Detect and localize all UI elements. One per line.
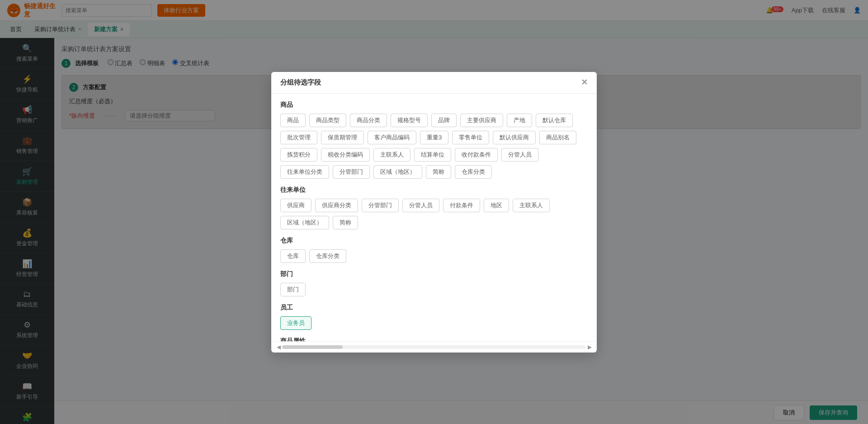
field-tag-0-11[interactable]: 重量3 [420, 131, 448, 144]
field-tag-1-4[interactable]: 付款条件 [443, 199, 480, 212]
scroll-right-arrow[interactable]: ▶ [586, 343, 593, 351]
field-tag-0-15[interactable]: 拣货积分 [280, 148, 317, 162]
field-tag-0-2[interactable]: 商品分类 [350, 114, 387, 127]
field-tag-1-8[interactable]: 简称 [333, 216, 358, 229]
field-tag-0-19[interactable]: 收付款条件 [455, 148, 498, 162]
modal-title: 分组待选字段 [280, 78, 321, 87]
field-tag-4-0[interactable]: 业务员 [280, 316, 311, 330]
modal-body: 商品商品商品类型商品分类规格型号品牌主要供应商产地默认仓库批次管理保质期管理客户… [271, 94, 597, 341]
field-tag-0-7[interactable]: 默认仓库 [536, 114, 573, 127]
field-tag-0-24[interactable]: 简称 [426, 165, 451, 179]
field-tags-3: 部门 [280, 283, 588, 296]
field-tag-0-4[interactable]: 品牌 [431, 114, 457, 127]
field-tag-0-23[interactable]: 区域（地区） [373, 165, 422, 179]
field-tags-2: 仓库仓库分类 [280, 249, 588, 263]
scroll-left-arrow[interactable]: ◀ [275, 343, 282, 351]
field-select-modal: 分组待选字段 ✕ 商品商品商品类型商品分类规格型号品牌主要供应商产地默认仓库批次… [271, 72, 597, 353]
field-tag-0-18[interactable]: 结算单位 [414, 148, 451, 162]
field-tag-1-2[interactable]: 分管部门 [362, 199, 399, 212]
field-tags-1: 供应商供应商分类分管部门分管人员付款条件地区主联系人区域（地区）简称 [280, 199, 588, 229]
field-tag-0-25[interactable]: 仓库分类 [455, 165, 492, 179]
field-tags-0: 商品商品类型商品分类规格型号品牌主要供应商产地默认仓库批次管理保质期管理客户商品… [280, 114, 588, 179]
section-title-4: 员工 [280, 304, 588, 312]
field-tag-1-3[interactable]: 分管人员 [402, 199, 439, 212]
modal-bottom-scroll: ◀ ▶ [271, 341, 597, 353]
modal-header: 分组待选字段 ✕ [271, 72, 597, 94]
field-tag-0-3[interactable]: 规格型号 [391, 114, 428, 127]
modal-close-button[interactable]: ✕ [581, 78, 588, 86]
field-tag-0-16[interactable]: 税收分类编码 [321, 148, 370, 162]
field-tag-1-6[interactable]: 主联系人 [513, 199, 550, 212]
field-tag-0-12[interactable]: 零售单位 [452, 131, 489, 144]
section-title-3: 部门 [280, 270, 588, 278]
field-tag-0-5[interactable]: 主要供应商 [460, 114, 503, 127]
field-tags-4: 业务员 [280, 316, 588, 330]
field-tag-0-8[interactable]: 批次管理 [280, 131, 317, 144]
field-tag-0-20[interactable]: 分管人员 [501, 148, 538, 162]
section-title-2: 仓库 [280, 237, 588, 245]
field-tag-1-7[interactable]: 区域（地区） [280, 216, 329, 229]
field-tag-0-0[interactable]: 商品 [280, 114, 306, 127]
field-tag-1-5[interactable]: 地区 [484, 199, 509, 212]
field-tag-0-14[interactable]: 商品别名 [539, 131, 576, 144]
field-tag-0-6[interactable]: 产地 [507, 114, 532, 127]
field-tag-2-1[interactable]: 仓库分类 [309, 249, 346, 263]
section-title-1: 往来单位 [280, 186, 588, 194]
field-tag-2-0[interactable]: 仓库 [280, 249, 306, 263]
section-title-0: 商品 [280, 101, 588, 109]
section-title-5: 商品属性 [280, 337, 588, 341]
field-tag-3-0[interactable]: 部门 [280, 283, 306, 296]
field-tag-1-0[interactable]: 供应商 [280, 199, 311, 212]
field-tag-0-9[interactable]: 保质期管理 [321, 131, 364, 144]
field-tag-0-13[interactable]: 默认供应商 [493, 131, 536, 144]
field-tag-1-1[interactable]: 供应商分类 [315, 199, 358, 212]
field-tag-0-21[interactable]: 往来单位分类 [280, 165, 329, 179]
field-tag-0-17[interactable]: 主联系人 [373, 148, 410, 162]
field-tag-0-1[interactable]: 商品类型 [309, 114, 346, 127]
field-tag-0-22[interactable]: 分管部门 [333, 165, 370, 179]
modal-overlay: 分组待选字段 ✕ 商品商品商品类型商品分类规格型号品牌主要供应商产地默认仓库批次… [0, 0, 868, 424]
field-tag-0-10[interactable]: 客户商品编码 [368, 131, 416, 144]
